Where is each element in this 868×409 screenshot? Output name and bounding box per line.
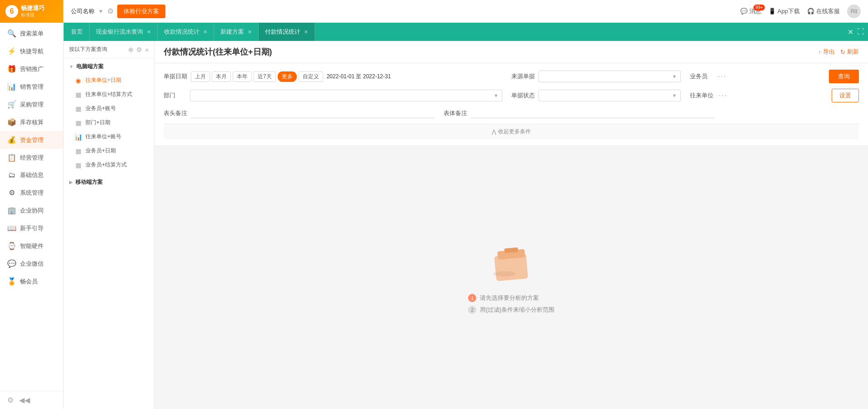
collapse-left-btn[interactable]: «	[145, 46, 149, 53]
settings-footer-icon[interactable]: ⚙	[7, 396, 14, 404]
sidebar-item-sales[interactable]: 📊 销售管理	[0, 78, 63, 96]
export-btn[interactable]: ↑ 导出	[818, 48, 835, 56]
inventory-icon: 📦	[7, 118, 16, 126]
sidebar-item-basic-info[interactable]: 🗂 基础信息	[0, 167, 63, 184]
tab-payment-close[interactable]: ✕	[304, 29, 308, 35]
source-label: 来源单据	[511, 72, 535, 81]
date-last-month[interactable]: 上月	[191, 71, 210, 82]
topbar-gear-icon[interactable]: ⚙	[107, 7, 114, 15]
tab-new-scheme[interactable]: 新建方案 ✕	[214, 23, 259, 41]
status-label: 单据状态	[511, 91, 535, 100]
sidebar-item-weixin[interactable]: 💬 企业微信	[0, 255, 63, 273]
sidebar-item-finance[interactable]: 💰 资金管理	[0, 131, 63, 149]
close-all-tabs-icon[interactable]: ✕	[848, 28, 853, 36]
sidebar-item-guide[interactable]: 📖 新手引导	[0, 219, 63, 237]
status-select-wrap: ▼	[539, 90, 681, 101]
sidebar-item-system[interactable]: ⚙ 系统管理	[0, 184, 63, 202]
filter-row-3: 表头备注 表体备注	[164, 108, 859, 118]
service-icon: 🎧	[807, 8, 814, 15]
date-custom[interactable]: 自定义	[299, 71, 323, 82]
dept-label: 部门	[164, 91, 186, 100]
mobile-group-title[interactable]: ▶ 移动端方案	[64, 176, 154, 189]
filter-status-item: 单据状态 ▼	[511, 90, 681, 101]
body-note-input[interactable]	[471, 108, 714, 118]
purchase-icon: 🛒	[7, 100, 16, 109]
scheme-item-staff-account[interactable]: ▦ 业务员+账号	[64, 101, 154, 116]
experience-btn[interactable]: 体验行业方案	[117, 5, 165, 18]
filter-date-item: 单据日期 上月 本月 本年 近7天 更多 自定义 2022-01-01 至 20…	[164, 71, 502, 82]
marketing-icon: 🎁	[7, 65, 16, 73]
sidebar-item-search-menu[interactable]: 🔍 搜索菜单	[0, 25, 63, 42]
date-buttons: 上月 本月 本年 近7天 更多 自定义 2022-01-01 至 2022-12…	[191, 71, 391, 82]
source-select[interactable]	[539, 71, 681, 82]
topbar-left: 公司名称 ▼ ⚙ 体验行业方案	[71, 5, 735, 18]
logo-text: 畅捷通巧 标准版	[21, 5, 45, 18]
sidebar-item-marketing[interactable]: 🎁 营销推广	[0, 60, 63, 78]
settings-btn[interactable]: 设置	[832, 89, 859, 102]
left-panel-actions: ⊕ ⚙ «	[128, 46, 149, 53]
sidebar-item-member[interactable]: 🏅 畅会员	[0, 273, 63, 290]
date-label: 单据日期	[164, 72, 187, 81]
pc-scheme-group: ▼ 电脑端方案 ◉ 往来单位+日期 ▦ 往来单位+结算方式 ▦ 业务员+账号 ▦	[64, 58, 154, 174]
status-select[interactable]	[539, 90, 681, 101]
head-note-input[interactable]	[191, 108, 434, 118]
filter-unit-item: 往来单位 ··· 设置	[690, 89, 859, 102]
filter-row-1: 单据日期 上月 本月 本年 近7天 更多 自定义 2022-01-01 至 20…	[164, 70, 859, 83]
scheme-item-staff-settlement[interactable]: ▦ 业务员+结算方式	[64, 158, 154, 172]
pc-group-arrow: ▼	[69, 64, 74, 69]
tab-collection[interactable]: 收款情况统计 ✕	[158, 23, 214, 41]
sidebar-item-purchase[interactable]: 🛒 采购管理	[0, 96, 63, 113]
online-service-btn[interactable]: 🎧 在线客服	[807, 7, 840, 15]
refresh-btn[interactable]: ↻ 刷新	[840, 48, 859, 56]
scheme-item-unit-account[interactable]: 📊 往来单位+账号	[64, 130, 154, 144]
tab-bank[interactable]: 现金银行流水查询 ✕	[90, 23, 158, 41]
date-this-month[interactable]: 本月	[212, 71, 231, 82]
tab-new-scheme-close[interactable]: ✕	[248, 29, 252, 35]
scheme-item-staff-date[interactable]: ▦ 业务员+日期	[64, 144, 154, 158]
add-scheme-btn[interactable]: ⊕	[128, 46, 134, 53]
tab-home[interactable]: 首页	[67, 23, 90, 41]
unit-label: 往来单位	[690, 91, 713, 100]
sidebar-footer: ⚙ ◀◀	[0, 391, 63, 409]
empty-tips: 1 请先选择要分析的方案 2 用[过滤]条件来缩小分析范围	[468, 294, 554, 314]
unit-date-icon: ◉	[75, 77, 82, 84]
expand-icon[interactable]: ⛶	[857, 28, 864, 36]
filter-source-item: 来源单据 ▼	[511, 71, 681, 82]
sidebar-item-hardware[interactable]: ⌚ 智能硬件	[0, 237, 63, 255]
sidebar-item-inventory[interactable]: 📦 库存核算	[0, 113, 63, 131]
date-this-year[interactable]: 本年	[233, 71, 252, 82]
scheme-item-unit-settlement[interactable]: ▦ 往来单位+结算方式	[64, 87, 154, 101]
dept-select[interactable]	[190, 90, 502, 101]
sidebar-nav: 🔍 搜索菜单 ⚡ 快捷导航 🎁 营销推广 📊 销售管理 🛒 采购管理 📦 库存核…	[0, 23, 63, 391]
scheme-settings-btn[interactable]: ⚙	[136, 46, 142, 53]
avatar[interactable]: Rit	[847, 5, 861, 18]
tab-bank-close[interactable]: ✕	[147, 29, 151, 35]
query-btn[interactable]: 查询	[829, 70, 859, 83]
sidebar-item-operations[interactable]: 📋 经营管理	[0, 149, 63, 167]
date-range-display: 2022-01-01 至 2022-12-31	[327, 73, 391, 81]
guide-icon: 📖	[7, 224, 16, 232]
mobile-scheme-group: ▶ 移动端方案	[64, 174, 154, 191]
date-more[interactable]: 更多	[278, 71, 297, 82]
message-btn[interactable]: 💬 消息 99+	[740, 7, 761, 15]
sidebar-item-quick-nav[interactable]: ⚡ 快捷导航	[0, 42, 63, 60]
tab-collection-close[interactable]: ✕	[203, 29, 207, 35]
pc-group-title[interactable]: ▼ 电脑端方案	[64, 60, 154, 73]
mobile-group-arrow: ▶	[69, 180, 73, 185]
app-download-btn[interactable]: 📱 App下载	[768, 7, 800, 15]
page-header: 付款情况统计(往来单位+日期) ↑ 导出 ↻ 刷新	[155, 41, 868, 63]
basic-info-icon: 🗂	[7, 171, 16, 179]
body-note-label: 表体备注	[444, 109, 467, 117]
date-7days[interactable]: 近7天	[254, 71, 276, 82]
sidebar-item-enterprise[interactable]: 🏢 企业协同	[0, 202, 63, 219]
collapse-filter-btn[interactable]: ⋀ 收起更多条件	[164, 124, 859, 139]
scheme-item-dept-date[interactable]: ▦ 部门+日期	[64, 116, 154, 130]
tab-payment[interactable]: 付款情况统计 ✕	[259, 23, 315, 41]
staff-picker[interactable]: ···	[718, 72, 727, 81]
collapse-sidebar-icon[interactable]: ◀◀	[19, 396, 30, 404]
head-note-label: 表头备注	[164, 109, 187, 117]
main-area: 公司名称 ▼ ⚙ 体验行业方案 💬 消息 99+ 📱 App下载 🎧 在线客服 …	[64, 0, 868, 409]
unit-picker[interactable]: ···	[719, 91, 728, 100]
system-icon: ⚙	[7, 188, 16, 197]
scheme-item-unit-date[interactable]: ◉ 往来单位+日期	[64, 73, 154, 87]
